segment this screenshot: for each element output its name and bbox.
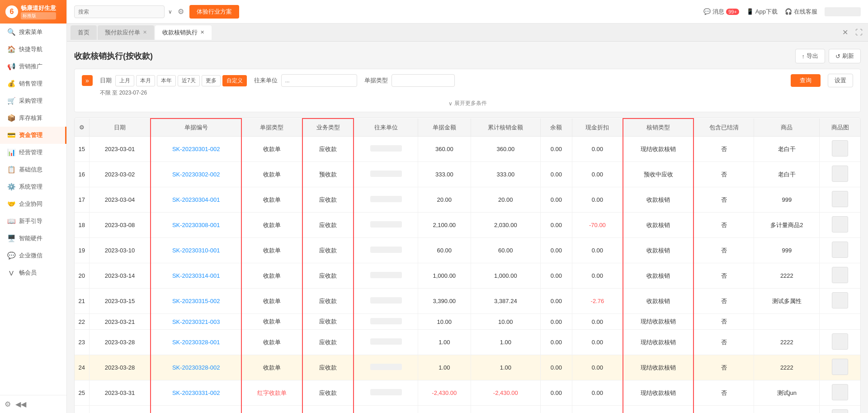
date-range-display: 不限 至 2023-07-26	[100, 90, 147, 96]
last-month-btn[interactable]: 上月	[115, 75, 134, 86]
table-row: 212023-03-15SK-20230315-002收款单应收款3,390.0…	[75, 289, 860, 314]
code-link[interactable]: SK-20230314-001	[172, 272, 220, 279]
row-code[interactable]: SK-20230304-001	[151, 187, 241, 213]
counterpart-blur	[370, 338, 402, 345]
topbar-gear-icon[interactable]: ⚙	[176, 5, 186, 18]
sidebar-item-inventory[interactable]: 📦 库存核算	[0, 109, 66, 127]
sidebar-item-finance[interactable]: 💳 资金管理	[0, 127, 66, 144]
sidebar-label-sales: 销售管理	[19, 80, 42, 88]
row-balance: 0.00	[540, 355, 572, 380]
tab-prepayment[interactable]: 预付款应付单 ✕	[98, 25, 154, 40]
row-write-off-type: 收款核销	[623, 187, 693, 213]
sidebar-item-operation[interactable]: 📊 经营管理	[0, 144, 66, 161]
sidebar-item-enterprise[interactable]: 🤝 企业协同	[0, 195, 66, 213]
counterpart-input[interactable]	[281, 74, 357, 87]
search-input[interactable]	[74, 5, 165, 18]
filter-expand-button[interactable]: »	[82, 75, 93, 86]
row-code[interactable]: SK-20230403-002	[151, 406, 241, 413]
table-row: 222023-03-21SK-20230321-003收款单应收款10.0010…	[75, 314, 860, 330]
code-link[interactable]: SK-20230321-003	[172, 318, 220, 325]
solution-button[interactable]: 体验行业方案	[189, 5, 239, 19]
row-code[interactable]: SK-20230328-002	[151, 355, 241, 380]
export-button[interactable]: ↑ 导出	[795, 49, 826, 63]
row-product-img	[820, 355, 860, 380]
expand-more-conditions-btn[interactable]: ∨ 展开更多条件	[448, 100, 487, 107]
sidebar-item-quick[interactable]: 🏠 快捷导航	[0, 41, 66, 58]
row-included: 否	[693, 380, 754, 406]
row-code[interactable]: SK-20230331-002	[151, 380, 241, 406]
row-no: 25	[75, 380, 89, 406]
row-balance: 0.00	[540, 330, 572, 355]
refresh-button[interactable]: ↺ 刷新	[829, 49, 861, 63]
sidebar-icon-system: ⚙️	[7, 183, 15, 191]
close-tab-button[interactable]: ✕	[840, 27, 850, 38]
table-scroll[interactable]: ⚙日期单据编号单据类型业务类型往来单位单据金额累计核销金额余额现金折扣核销类型包…	[75, 118, 860, 413]
sidebar-gear-icon[interactable]: ⚙	[5, 400, 11, 408]
tab-close-collection[interactable]: ✕	[200, 29, 204, 35]
sidebar-item-sales[interactable]: 💰 销售管理	[0, 75, 66, 92]
sidebar-icon-quick: 🏠	[7, 45, 15, 53]
row-code[interactable]: SK-20230302-002	[151, 162, 241, 187]
sidebar-item-hardware[interactable]: 🖥️ 智能硬件	[0, 230, 66, 247]
sidebar-collapse-icon[interactable]: ◀◀	[15, 400, 26, 408]
this-year-btn[interactable]: 本年	[157, 75, 176, 86]
online-service-item[interactable]: 🎧 在线客服	[785, 8, 817, 16]
col-header-12: 商品图	[820, 119, 860, 137]
table-settings-col[interactable]: ⚙	[75, 119, 89, 137]
custom-date-btn[interactable]: 自定义	[222, 75, 247, 86]
tab-collection[interactable]: 收款核销执行 ✕	[155, 25, 212, 40]
tab-label-home: 首页	[78, 28, 90, 37]
row-code[interactable]: SK-20230328-001	[151, 330, 241, 355]
last-7days-btn[interactable]: 近7天	[178, 75, 200, 86]
app-download-item[interactable]: 📱 App下载	[746, 8, 778, 16]
row-no: 23	[75, 330, 89, 355]
more-dates-btn[interactable]: 更多	[202, 75, 221, 86]
row-code[interactable]: SK-20230314-001	[151, 263, 241, 289]
sidebar-item-basic[interactable]: 📋 基础信息	[0, 161, 66, 178]
row-discount: 0.00	[572, 314, 623, 330]
row-acc-amount: 3,387.24	[471, 289, 540, 314]
topbar-dropdown-icon[interactable]: ∨	[168, 9, 172, 15]
row-acc-amount: 20.00	[471, 187, 540, 213]
code-link[interactable]: SK-20230331-002	[172, 389, 220, 396]
code-link[interactable]: SK-20230315-002	[172, 298, 220, 304]
row-code[interactable]: SK-20230321-003	[151, 314, 241, 330]
sidebar-item-newbie[interactable]: 📖 新手引导	[0, 213, 66, 230]
sidebar-icon-newbie: 📖	[7, 217, 15, 225]
row-product-img	[820, 330, 860, 355]
row-code[interactable]: SK-20230308-001	[151, 213, 241, 238]
col-header-1: 单据编号	[151, 119, 241, 137]
notification-item[interactable]: 💬 消息 99+	[703, 8, 739, 16]
user-avatar	[825, 7, 861, 16]
code-link[interactable]: SK-20230308-001	[172, 222, 220, 228]
sidebar-item-search[interactable]: 🔍 搜索菜单	[0, 24, 66, 41]
code-link[interactable]: SK-20230304-001	[172, 196, 220, 203]
sidebar-item-wechat[interactable]: 💬 企业微信	[0, 247, 66, 264]
row-code[interactable]: SK-20230301-002	[151, 137, 241, 162]
row-amount: 20.00	[418, 406, 471, 413]
this-month-btn[interactable]: 本月	[136, 75, 155, 86]
sidebar-icon-wechat: 💬	[7, 252, 15, 260]
tab-close-prepayment[interactable]: ✕	[143, 29, 147, 35]
sidebar-item-marketing[interactable]: 📢 营销推广	[0, 58, 66, 75]
counterpart-blur	[370, 272, 402, 278]
date-filter-label: 日期	[100, 76, 112, 85]
receipt-type-select[interactable]	[392, 74, 455, 87]
query-button[interactable]: 查询	[791, 74, 821, 87]
expand-tab-button[interactable]: ⛶	[854, 27, 864, 38]
headset-icon: 🎧	[785, 8, 792, 15]
settings-button[interactable]: 设置	[828, 74, 853, 87]
code-link[interactable]: SK-20230301-002	[172, 146, 220, 152]
sidebar-item-member[interactable]: V 畅会员	[0, 264, 66, 281]
code-link[interactable]: SK-20230310-001	[172, 247, 220, 254]
row-code[interactable]: SK-20230315-002	[151, 289, 241, 314]
sidebar-item-system[interactable]: ⚙️ 系统管理	[0, 178, 66, 195]
code-link[interactable]: SK-20230328-001	[172, 339, 220, 346]
product-thumbnail	[832, 359, 848, 375]
tab-home[interactable]: 首页	[71, 25, 97, 40]
row-code[interactable]: SK-20230310-001	[151, 238, 241, 263]
code-link[interactable]: SK-20230328-002	[172, 364, 220, 371]
row-counterpart	[354, 314, 418, 330]
sidebar-item-purchase[interactable]: 🛒 采购管理	[0, 92, 66, 109]
code-link[interactable]: SK-20230302-002	[172, 171, 220, 178]
